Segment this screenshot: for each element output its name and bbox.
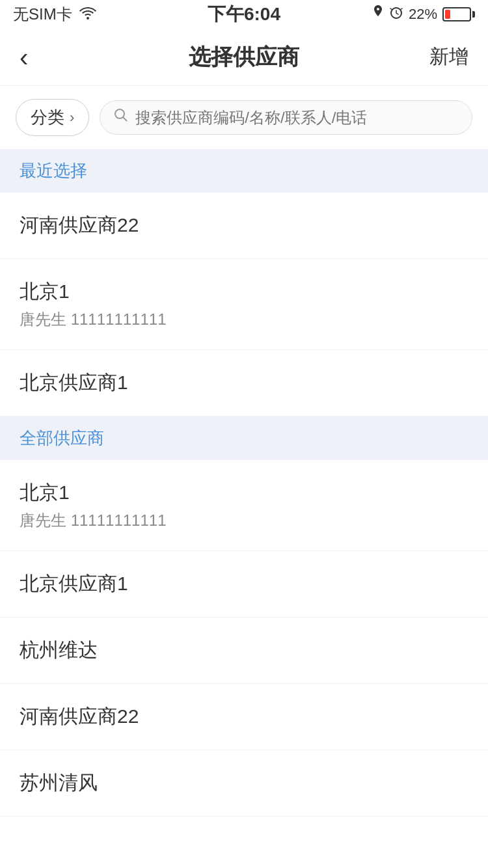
chevron-right-icon: › [70, 109, 74, 126]
status-bar: 无SIM卡 下午6:04 22% [0, 0, 488, 29]
item-sub: 唐先生 11111111111 [20, 309, 468, 330]
list-item[interactable]: 北京1 唐先生 11111111111 [0, 259, 488, 350]
status-time: 下午6:04 [208, 2, 280, 27]
item-sub: 唐先生 11111111111 [20, 510, 468, 531]
location-icon [372, 5, 384, 23]
list-item[interactable]: 北京1 唐先生 11111111111 [0, 460, 488, 551]
search-input[interactable] [135, 109, 459, 127]
item-name: 北京供应商1 [20, 370, 468, 396]
search-box[interactable] [100, 100, 472, 135]
item-name: 河南供应商22 [20, 703, 468, 730]
nav-bar: ‹ 选择供应商 新增 [0, 29, 488, 86]
battery-percentage: 22% [409, 6, 437, 23]
all-list: 北京1 唐先生 11111111111 北京供应商1 杭州维达 河南供应商22 … [0, 460, 488, 817]
list-item[interactable]: 北京供应商1 [0, 551, 488, 617]
wifi-icon [79, 5, 97, 23]
carrier-text: 无SIM卡 [13, 4, 72, 25]
all-section-title: 全部供应商 [20, 428, 104, 448]
list-item[interactable]: 杭州维达 [0, 617, 488, 684]
search-icon [113, 107, 129, 128]
list-item[interactable]: 河南供应商22 [0, 193, 488, 259]
category-filter[interactable]: 分类 › [16, 99, 89, 136]
item-name: 杭州维达 [20, 637, 468, 664]
svg-point-1 [115, 109, 124, 118]
back-button[interactable]: ‹ [20, 44, 28, 70]
battery-icon [442, 6, 475, 23]
filter-bar: 分类 › [0, 86, 488, 149]
item-name: 北京供应商1 [20, 571, 468, 597]
alarm-icon [389, 5, 403, 23]
page-title: 选择供应商 [189, 42, 299, 72]
item-name: 北京1 [20, 278, 468, 305]
add-button[interactable]: 新增 [429, 44, 468, 70]
svg-line-2 [124, 118, 128, 122]
recent-section-header: 最近选择 [0, 149, 488, 193]
all-section-header: 全部供应商 [0, 416, 488, 460]
list-item[interactable]: 苏州清风 [0, 750, 488, 817]
status-left: 无SIM卡 [13, 4, 97, 25]
list-item[interactable]: 北京供应商1 [0, 350, 488, 416]
status-right: 22% [372, 5, 475, 23]
recent-list: 河南供应商22 北京1 唐先生 11111111111 北京供应商1 [0, 193, 488, 416]
list-item[interactable]: 河南供应商22 [0, 684, 488, 750]
item-name: 北京1 [20, 480, 468, 506]
item-name: 苏州清风 [20, 770, 468, 796]
recent-section-title: 最近选择 [20, 161, 87, 180]
item-name: 河南供应商22 [20, 212, 468, 239]
category-label: 分类 [31, 106, 64, 129]
